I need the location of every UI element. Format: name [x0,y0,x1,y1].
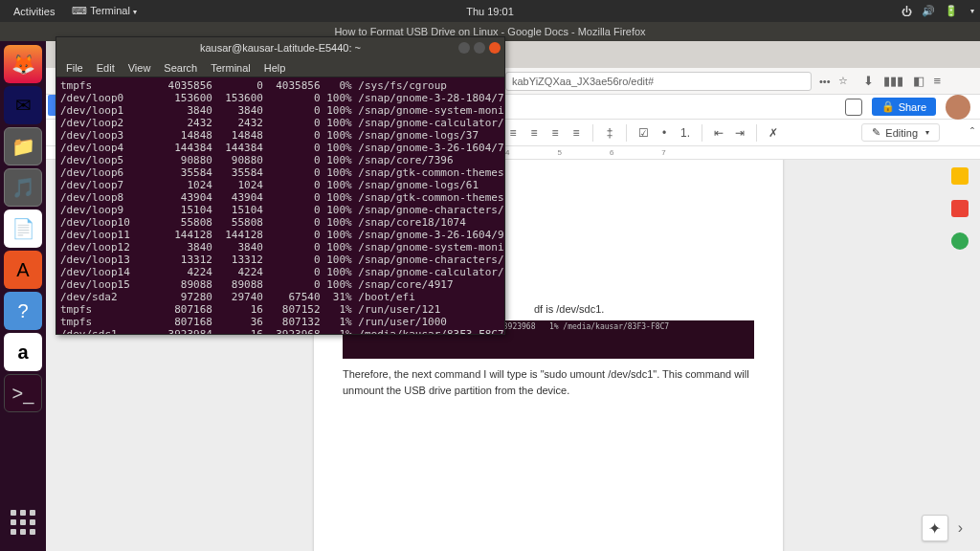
clock[interactable]: Thu 19:01 [458,4,522,19]
align-right-icon[interactable]: ≡ [547,126,563,140]
tasks-icon[interactable] [951,200,969,217]
app-menu[interactable]: ⌨ Terminal▾ [64,3,144,19]
menu-file[interactable]: File [60,61,89,75]
user-avatar[interactable] [946,95,970,120]
bulleted-list-icon[interactable]: • [657,126,672,140]
checklist-icon[interactable]: ☑ [635,126,651,140]
launcher-rhythmbox[interactable]: 🎵 [4,168,42,207]
menu-help[interactable]: Help [258,61,292,75]
indent-decrease-icon[interactable]: ⇤ [711,126,726,140]
launcher-files[interactable]: 📁 [4,127,42,165]
launcher-thunderbird[interactable]: ✉ [4,86,42,124]
pencil-icon: ✎ [872,126,880,139]
address-bar[interactable]: kabYiZQXaa_JX3ae56ro/edit# [505,72,812,91]
page-actions[interactable]: ••• [819,76,831,87]
gnome-topbar: Activities ⌨ Terminal▾ Thu 19:01 ⏻ 🔊 🔋 ▾ [0,0,980,22]
explore-button[interactable]: ✦ [922,515,948,541]
volume-icon[interactable]: 🔊 [922,5,935,17]
launcher-amazon[interactable]: a [4,333,42,371]
network-icon[interactable]: ⏻ [902,6,912,17]
terminal-titlebar[interactable]: kausar@kausar-Latitude-E5440: ~ [56,37,504,58]
launcher-libreoffice-writer[interactable]: 📄 [4,209,42,248]
lock-icon: 🔒 [881,100,895,113]
sidebar-icon[interactable]: ◧ [913,74,924,88]
system-menu-caret[interactable]: ▾ [970,7,974,15]
library-icon[interactable]: ▮▮▮ [883,74,903,88]
gsuite-side-panel [946,160,974,250]
show-applications[interactable] [4,503,42,541]
launcher-software[interactable]: A [4,251,42,289]
terminal-menubar: File Edit View Search Terminal Help [56,58,504,77]
terminal-window[interactable]: kausar@kausar-Latitude-E5440: ~ File Edi… [56,36,505,335]
minimize-icon[interactable] [458,42,470,54]
addons-icon[interactable] [951,232,969,250]
menu-search[interactable]: Search [158,61,203,75]
activities-button[interactable]: Activities [6,4,62,19]
menu-icon[interactable]: ≡ [934,74,942,88]
launcher-terminal[interactable]: >_ [4,374,42,412]
downloads-icon[interactable]: ⬇ [863,74,874,88]
menu-view[interactable]: View [122,61,157,75]
comment-history-icon[interactable] [845,99,862,116]
keep-icon[interactable] [951,167,969,185]
expand-menu-icon[interactable]: ˆ [965,126,980,140]
bookmark-star-icon[interactable]: ☆ [838,75,848,87]
launcher-firefox[interactable]: 🦊 [4,45,42,83]
align-justify-icon[interactable]: ≡ [568,126,584,140]
menu-terminal[interactable]: Terminal [205,61,256,75]
share-button[interactable]: 🔒Share [872,98,936,116]
doc-text-fragment-2: df is /dev/sdc1. [534,303,754,315]
document-body-text[interactable]: Therefore, the next command I will type … [343,366,754,398]
numbered-list-icon[interactable]: 1. [678,126,693,140]
side-panel-toggle-icon[interactable]: › [958,519,963,537]
maximize-icon[interactable] [474,42,485,54]
align-center-icon[interactable]: ≡ [526,126,542,140]
terminal-icon: ⌨ [72,5,87,16]
close-icon[interactable] [489,42,501,54]
line-spacing-icon[interactable]: ‡ [602,126,617,140]
ubuntu-launcher: 🦊 ✉ 📁 🎵 📄 A ? a >_ [0,41,46,551]
terminal-output[interactable]: tmpfs 4035856 0 4035856 0% /sys/fs/cgrou… [56,77,504,334]
editing-mode-button[interactable]: ✎ Editing ▾ [861,123,940,142]
launcher-help[interactable]: ? [4,292,42,330]
battery-icon[interactable]: 🔋 [945,5,958,17]
clear-formatting-icon[interactable]: ✗ [766,126,781,140]
indent-increase-icon[interactable]: ⇥ [732,126,747,140]
menu-edit[interactable]: Edit [91,61,121,75]
align-left-icon[interactable]: ≡ [505,126,521,140]
